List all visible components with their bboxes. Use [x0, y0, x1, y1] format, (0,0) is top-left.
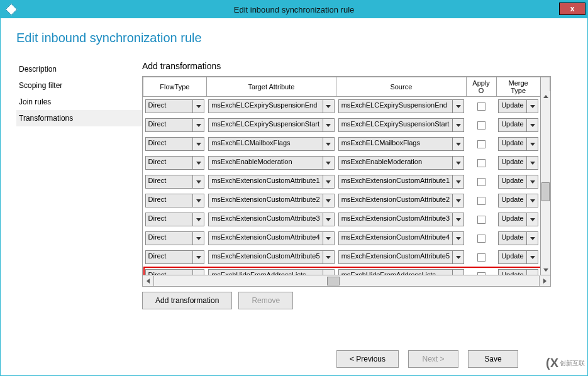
chevron-down-icon[interactable] — [453, 231, 464, 245]
col-source[interactable]: Source — [336, 77, 466, 97]
flowtype-combo[interactable]: Direct — [145, 118, 205, 132]
chevron-down-icon[interactable] — [193, 269, 204, 275]
apply-once-checkbox[interactable] — [477, 235, 485, 243]
chevron-down-icon[interactable] — [323, 137, 335, 151]
table-row[interactable]: DirectmsExchELCExpirySuspensionStartmsEx… — [143, 116, 550, 135]
scroll-up-icon[interactable] — [541, 91, 550, 101]
target-attribute-combo[interactable]: msExchExtensionCustomAttribute5 — [208, 250, 334, 264]
remove-button[interactable]: Remove — [238, 292, 293, 309]
source-combo[interactable]: msExchELCExpirySuspensionEnd — [338, 99, 464, 113]
chevron-down-icon[interactable] — [453, 250, 464, 264]
merge-type-combo[interactable]: Update — [498, 231, 538, 245]
chevron-down-icon[interactable] — [453, 269, 464, 275]
apply-once-checkbox[interactable] — [477, 216, 485, 224]
scroll-thumb-vertical[interactable] — [541, 182, 550, 201]
chevron-down-icon[interactable] — [323, 250, 335, 264]
previous-button[interactable]: < Previous — [336, 350, 399, 368]
chevron-down-icon[interactable] — [323, 194, 335, 207]
flowtype-combo[interactable]: Direct — [145, 194, 205, 207]
chevron-down-icon[interactable] — [453, 156, 464, 170]
target-attribute-combo[interactable]: msExchExtensionCustomAttribute4 — [208, 231, 334, 245]
source-combo[interactable]: msExchExtensionCustomAttribute1 — [338, 175, 464, 189]
apply-once-checkbox[interactable] — [477, 140, 485, 148]
merge-type-combo[interactable]: Update — [498, 269, 538, 275]
chevron-down-icon[interactable] — [453, 137, 464, 151]
col-merge-type[interactable]: Merge Type — [496, 77, 540, 97]
table-row[interactable]: DirectmsExchEnableModerationmsExchEnable… — [143, 153, 550, 172]
target-attribute-combo[interactable]: msExchExtensionCustomAttribute3 — [208, 213, 334, 226]
nav-description[interactable]: Description — [16, 61, 142, 77]
scroll-left-icon[interactable] — [143, 276, 154, 286]
target-attribute-combo[interactable]: msExchELCExpirySuspensionEnd — [208, 99, 334, 113]
col-apply-once[interactable]: Apply O — [466, 77, 496, 97]
source-combo[interactable]: msExchELCMailboxFlags — [338, 137, 464, 151]
merge-type-combo[interactable]: Update — [498, 156, 538, 170]
chevron-down-icon[interactable] — [193, 156, 204, 170]
apply-once-checkbox[interactable] — [477, 102, 485, 111]
scroll-thumb-horizontal[interactable] — [327, 277, 340, 285]
chevron-down-icon[interactable] — [193, 137, 204, 151]
target-attribute-combo[interactable]: msExchExtensionCustomAttribute2 — [208, 194, 334, 207]
source-combo[interactable]: msExchEnableModeration — [338, 156, 464, 170]
source-combo[interactable]: msExchHideFromAddressLists — [338, 269, 464, 275]
apply-once-checkbox[interactable] — [477, 253, 485, 262]
flowtype-combo[interactable]: Direct — [145, 231, 205, 245]
merge-type-combo[interactable]: Update — [498, 213, 538, 226]
flowtype-combo[interactable]: Direct — [145, 137, 205, 151]
chevron-down-icon[interactable] — [527, 118, 538, 132]
source-combo[interactable]: msExchExtensionCustomAttribute5 — [338, 250, 464, 264]
target-attribute-combo[interactable]: msExchELCExpirySuspensionStart — [208, 118, 334, 132]
chevron-down-icon[interactable] — [453, 194, 464, 207]
chevron-down-icon[interactable] — [193, 175, 204, 189]
save-button[interactable]: Save — [468, 350, 518, 368]
table-row[interactable]: DirectmsExchExtensionCustomAttribute5msE… — [143, 248, 550, 267]
target-attribute-combo[interactable]: msExchELCMailboxFlags — [208, 137, 334, 151]
chevron-down-icon[interactable] — [527, 250, 538, 264]
chevron-down-icon[interactable] — [193, 213, 204, 226]
merge-type-combo[interactable]: Update — [498, 118, 538, 132]
chevron-down-icon[interactable] — [323, 231, 335, 245]
merge-type-combo[interactable]: Update — [498, 175, 538, 189]
table-row[interactable]: DirectmsExchExtensionCustomAttribute1msE… — [143, 172, 550, 191]
apply-once-checkbox[interactable] — [477, 197, 485, 205]
horizontal-scrollbar[interactable] — [143, 275, 550, 286]
flowtype-combo[interactable]: Direct — [145, 175, 205, 189]
source-combo[interactable]: msExchExtensionCustomAttribute3 — [338, 213, 464, 226]
chevron-down-icon[interactable] — [527, 269, 538, 275]
merge-type-combo[interactable]: Update — [498, 250, 538, 264]
table-row[interactable]: DirectmsExchHideFromAddressListsmsExchHi… — [143, 267, 550, 275]
chevron-down-icon[interactable] — [527, 213, 538, 226]
source-combo[interactable]: msExchExtensionCustomAttribute2 — [338, 194, 464, 207]
chevron-down-icon[interactable] — [323, 175, 335, 189]
merge-type-combo[interactable]: Update — [498, 194, 538, 207]
table-row[interactable]: DirectmsExchELCMailboxFlagsmsExchELCMail… — [143, 135, 550, 153]
chevron-down-icon[interactable] — [527, 137, 538, 151]
chevron-down-icon[interactable] — [193, 99, 204, 113]
scroll-down-icon[interactable] — [541, 265, 550, 275]
target-attribute-combo[interactable]: msExchHideFromAddressLists — [208, 269, 334, 275]
merge-type-combo[interactable]: Update — [498, 137, 538, 151]
chevron-down-icon[interactable] — [193, 250, 204, 264]
next-button[interactable]: Next > — [408, 350, 458, 368]
chevron-down-icon[interactable] — [323, 99, 335, 113]
nav-scoping-filter[interactable]: Scoping filter — [16, 77, 142, 94]
table-row[interactable]: DirectmsExchELCExpirySuspensionEndmsExch… — [143, 97, 550, 116]
chevron-down-icon[interactable] — [193, 194, 204, 207]
chevron-down-icon[interactable] — [527, 156, 538, 170]
table-row[interactable]: DirectmsExchExtensionCustomAttribute3msE… — [143, 210, 550, 229]
apply-once-checkbox[interactable] — [477, 272, 485, 275]
col-target-attribute[interactable]: Target Attribute — [206, 77, 336, 97]
chevron-down-icon[interactable] — [193, 231, 204, 245]
nav-transformations[interactable]: Transformations — [16, 110, 142, 126]
source-combo[interactable]: msExchExtensionCustomAttribute4 — [338, 231, 464, 245]
apply-once-checkbox[interactable] — [477, 178, 485, 186]
vertical-scrollbar[interactable] — [540, 91, 550, 275]
apply-once-checkbox[interactable] — [477, 159, 485, 167]
chevron-down-icon[interactable] — [453, 213, 464, 226]
apply-once-checkbox[interactable] — [477, 121, 485, 130]
chevron-down-icon[interactable] — [453, 175, 464, 189]
flowtype-combo[interactable]: Direct — [145, 213, 205, 226]
chevron-down-icon[interactable] — [193, 118, 204, 132]
flowtype-combo[interactable]: Direct — [145, 269, 205, 275]
flowtype-combo[interactable]: Direct — [145, 156, 205, 170]
